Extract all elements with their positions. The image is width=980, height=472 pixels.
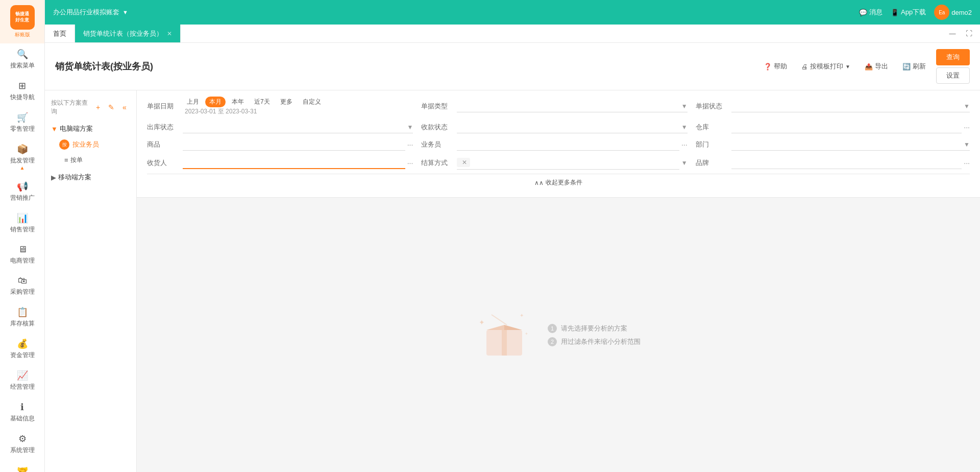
collapse-button[interactable]: ∧∧ 收起更多条件	[147, 174, 970, 191]
scheme-group-pc: ▼ 电脑端方案 按 按业务员 ≡ 按单	[45, 121, 136, 168]
order-status-select[interactable]: ▼	[731, 101, 970, 112]
payment-control: ✕ ▼	[457, 156, 695, 170]
left-panel: 按以下方案查询 + ✎ « ▼ 电脑端方案	[45, 90, 137, 472]
help-label: 帮助	[774, 62, 787, 71]
date-range: 2023-03-01 至 2023-03-31	[185, 107, 413, 116]
sidebar-item-inventory[interactable]: 📋 库存核算	[0, 301, 44, 333]
sidebar-item-operation[interactable]: 📈 经营管理	[0, 365, 44, 396]
payment-label: 结算方式	[421, 158, 457, 168]
step-num-1: 1	[548, 324, 557, 333]
out-status-select[interactable]: ▼	[183, 122, 413, 133]
receipt-status-select[interactable]: ▼	[457, 122, 687, 133]
tab-maximize-button[interactable]: ⛶	[962, 27, 976, 41]
tab-sales-stat[interactable]: 销货单统计表（按业务员） ✕	[75, 25, 181, 42]
date-tag-7days[interactable]: 近7天	[250, 97, 274, 107]
filter-cell-warehouse: 仓库 ···	[696, 121, 970, 133]
collapse-panel-button[interactable]: «	[119, 102, 130, 113]
scheme-group-pc-arrow: ▼	[51, 125, 58, 133]
sidebar-item-system[interactable]: ⚙ 系统管理	[0, 428, 44, 460]
tab-close-icon[interactable]: ✕	[167, 30, 172, 37]
sidebar-item-sales[interactable]: 📊 销售管理	[0, 207, 44, 239]
help-button[interactable]: ❓ 帮助	[760, 60, 791, 73]
user-area[interactable]: Ea demo2	[934, 5, 972, 20]
payment-tag: ✕	[457, 158, 470, 167]
app-icon: 📱	[891, 9, 899, 16]
tab-minimize-button[interactable]: —	[945, 27, 960, 41]
payment-tag-close[interactable]: ✕	[462, 159, 467, 166]
sidebar-item-wholesale[interactable]: 📦 批发管理 ▲	[0, 138, 44, 176]
filter-row-4: 收货人 ··· 结算方式 ✕	[147, 156, 970, 170]
sidebar-item-search[interactable]: 🔍 搜索菜单	[0, 43, 44, 75]
brand-dots[interactable]: ···	[964, 159, 970, 167]
sidebar-item-finance[interactable]: 💰 资金管理	[0, 333, 44, 365]
scheme-group-pc-title[interactable]: ▼ 电脑端方案	[45, 121, 136, 136]
goods-dots[interactable]: ···	[407, 140, 413, 149]
sidebar-item-basic[interactable]: ℹ 基础信息	[0, 396, 44, 428]
collapse-icon: «	[122, 103, 127, 111]
empty-steps: 1 请先选择要分析的方案 2 用过滤条件来缩小分析范围	[548, 324, 641, 346]
filter-cell-brand: 品牌 ···	[696, 156, 970, 170]
sidebar-item-shortcut-label: 快捷导航	[10, 93, 35, 102]
purchase-icon: 🛍	[18, 275, 27, 286]
date-tag-this-month[interactable]: 本月	[205, 97, 226, 107]
filter-row-1: 单据日期 上月 本月 本年 近7天 更多 自定义 2023-03-01 至 20…	[147, 97, 970, 116]
order-type-control: ▼	[457, 101, 695, 112]
app-download-button[interactable]: 📱 App下载	[891, 8, 926, 17]
brand-input[interactable]	[731, 157, 962, 169]
scheme-item-salesperson[interactable]: 按 按业务员	[45, 136, 136, 153]
order-status-control: ▼	[731, 101, 970, 112]
export-button[interactable]: 📤 导出	[861, 60, 892, 73]
filter-row-2: 出库状态 ▼ 收款状态	[147, 121, 970, 133]
print-button[interactable]: 🖨 按模板打印 ▼	[797, 60, 854, 73]
sidebar-item-retail[interactable]: 🛒 零售管理	[0, 107, 44, 138]
order-type-select[interactable]: ▼	[457, 101, 687, 112]
marketing-icon: 📢	[17, 181, 28, 192]
refresh-button[interactable]: 🔄 刷新	[898, 60, 930, 73]
goods-input[interactable]	[183, 138, 405, 151]
right-panel: 单据日期 上月 本月 本年 近7天 更多 自定义 2023-03-01 至 20…	[137, 90, 980, 472]
date-tag-more[interactable]: 更多	[276, 97, 297, 107]
query-button[interactable]: 查询	[936, 49, 970, 65]
sidebar-item-purchase[interactable]: 🛍 采购管理	[0, 270, 44, 301]
sidebar-item-basic-label: 基础信息	[10, 414, 35, 423]
collapse-label: 收起更多条件	[546, 178, 582, 187]
svg-text:✦: ✦	[479, 318, 485, 326]
sidebar-item-enterprise[interactable]: 🤝 企业协同	[0, 460, 44, 472]
filter-row-3: 商品 ··· 业务员 ···	[147, 138, 970, 151]
sidebar-item-marketing[interactable]: 📢 营销推广	[0, 176, 44, 207]
panel-icons: + ✎ «	[92, 102, 130, 113]
logo-subtext: 标账版	[15, 31, 30, 38]
filter-cell-out-status: 出库状态 ▼	[147, 121, 421, 133]
salesperson-input[interactable]	[457, 138, 679, 151]
edit-scheme-button[interactable]: ✎	[106, 102, 117, 113]
consignee-dots[interactable]: ···	[407, 159, 413, 167]
print-label: 按模板打印	[810, 62, 843, 71]
filter-cell-consignee: 收货人 ···	[147, 156, 421, 170]
date-tag-this-year[interactable]: 本年	[228, 97, 248, 107]
consignee-input[interactable]	[183, 156, 405, 169]
dept-select[interactable]: ▼	[731, 139, 970, 151]
date-tag-last-month[interactable]: 上月	[183, 97, 203, 107]
warehouse-dots[interactable]: ···	[964, 123, 970, 131]
date-tag-custom[interactable]: 自定义	[299, 97, 325, 107]
basic-icon: ℹ	[20, 402, 24, 413]
warehouse-input[interactable]	[731, 121, 962, 133]
filter-cell-dept: 部门 ▼	[696, 138, 970, 151]
scheme-group-mobile-title[interactable]: ▶ 移动端方案	[45, 170, 136, 185]
help-icon: ❓	[764, 63, 772, 70]
svg-line-7	[492, 315, 507, 325]
order-type-label: 单据类型	[421, 102, 457, 111]
add-scheme-button[interactable]: +	[92, 102, 104, 113]
settings-button[interactable]: 设置	[936, 67, 970, 84]
order-icon: ≡	[64, 156, 68, 164]
goods-label: 商品	[147, 140, 183, 149]
message-button[interactable]: 💬 消息	[859, 8, 883, 17]
sidebar-item-shortcut[interactable]: ⊞ 快捷导航	[0, 75, 44, 107]
message-label: 消息	[869, 8, 883, 17]
tab-home[interactable]: 首页	[45, 25, 75, 42]
scheme-item-order[interactable]: ≡ 按单	[45, 153, 136, 168]
warehouse-label: 仓库	[696, 123, 731, 132]
empty-step-2: 2 用过滤条件来缩小分析范围	[548, 337, 641, 346]
salesperson-dots[interactable]: ···	[681, 140, 688, 149]
sidebar-item-ecommerce[interactable]: 🖥 电商管理	[0, 239, 44, 270]
